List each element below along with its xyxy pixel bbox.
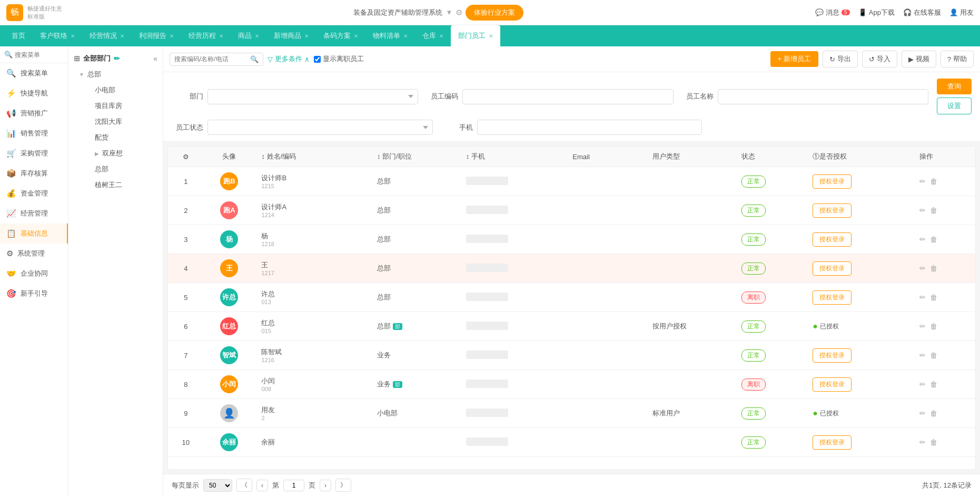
query-btn[interactable]: 查询 (937, 79, 972, 94)
emp-name-input[interactable] (718, 89, 928, 104)
search-submit-icon[interactable]: 🔍 (250, 55, 259, 63)
emp-status-select[interactable] (207, 120, 433, 135)
sidebar-search-input[interactable] (15, 51, 52, 59)
sidebar-item-system[interactable]: ⚙ 系统管理 (0, 244, 68, 264)
close-icon[interactable]: ✕ (304, 33, 309, 39)
show-resigned-label[interactable]: 显示离职员工 (314, 54, 364, 64)
sidebar-item-sales[interactable]: 📊 销售管理 (0, 123, 68, 143)
export-btn[interactable]: ↻ 导出 (823, 51, 858, 67)
auth-login-btn[interactable]: 授权登录 (813, 203, 852, 218)
phone-input[interactable] (477, 120, 702, 135)
close-icon[interactable]: ✕ (489, 33, 493, 39)
help-btn[interactable]: ? 帮助 (941, 51, 974, 67)
dept-edit-icon[interactable]: ✏ (114, 54, 120, 63)
col-name-header[interactable]: ↕ 姓名/编码 (255, 147, 370, 167)
delete-icon[interactable]: 🗑 (930, 206, 937, 215)
close-icon[interactable]: ✕ (120, 33, 124, 39)
auth-login-btn[interactable]: 授权登录 (813, 435, 852, 450)
delete-icon[interactable]: 🗑 (930, 438, 937, 446)
first-page-btn[interactable]: 《 (236, 479, 252, 492)
more-filter-btn[interactable]: ▽ 更多条件 ∧ (268, 54, 310, 64)
delete-icon[interactable]: 🗑 (930, 322, 937, 330)
tab-profit[interactable]: 利润报告 ✕ (132, 25, 181, 46)
dept-node-zongbu[interactable]: ▼ 总部 (68, 66, 163, 82)
tab-operation[interactable]: 经营情况 ✕ (82, 25, 132, 46)
dept-node-peihuo[interactable]: 配货 (84, 130, 163, 145)
edit-icon[interactable]: ✏ (919, 409, 926, 417)
row-auth[interactable]: 授权登录 (806, 370, 913, 399)
row-auth[interactable]: 授权登录 (806, 196, 913, 225)
auth-login-btn[interactable]: 授权登录 (813, 377, 852, 392)
close-icon[interactable]: ✕ (255, 33, 259, 39)
online-service-btn[interactable]: 🎧 在线客服 (903, 8, 941, 17)
delete-icon[interactable]: 🗑 (930, 177, 937, 186)
close-icon[interactable]: ✕ (71, 33, 75, 39)
next-page-btn[interactable]: › (320, 480, 331, 491)
edit-icon[interactable]: ✏ (919, 293, 926, 302)
edit-icon[interactable]: ✏ (919, 438, 926, 446)
auth-login-btn[interactable]: 授权登录 (813, 261, 852, 276)
message-btn[interactable]: 💬 消息 5 (815, 8, 850, 17)
sidebar-item-guide[interactable]: 🎯 新手引导 (0, 284, 68, 304)
try-btn[interactable]: 体验行业方案 (466, 5, 523, 21)
add-employee-btn[interactable]: + 新增员工 (770, 51, 818, 67)
delete-icon[interactable]: 🗑 (930, 351, 937, 359)
dept-node-xiaodian[interactable]: 小电部 (84, 82, 163, 98)
tab-home[interactable]: 首页 (4, 25, 33, 46)
sidebar-item-search[interactable]: 🔍 搜索菜单 (0, 63, 68, 83)
row-auth[interactable]: 授权登录 (806, 167, 913, 196)
dept-node-shenyang[interactable]: 沈阳大库 (84, 114, 163, 130)
close-icon[interactable]: ✕ (439, 33, 443, 39)
dept-select[interactable] (207, 89, 418, 104)
sidebar-item-marketing[interactable]: 📢 营销推广 (0, 103, 68, 123)
user-btn[interactable]: 👤 用友 (949, 8, 974, 17)
tab-history[interactable]: 经营历程 ✕ (181, 25, 231, 46)
view-btn[interactable]: ▶ 视频 (902, 51, 936, 67)
delete-icon[interactable]: 🗑 (930, 235, 937, 244)
last-page-btn[interactable]: 》 (335, 479, 351, 492)
dept-node-zongbu2[interactable]: 总部 (84, 161, 163, 177)
set-btn[interactable]: 设置 (937, 98, 972, 114)
dept-collapse-icon[interactable]: « (153, 54, 157, 63)
sidebar-search[interactable]: 🔍 (0, 46, 68, 63)
tab-department[interactable]: 部门员工 ✕ (451, 25, 500, 46)
col-dept-header[interactable]: ↕ 部门/职位 (371, 147, 460, 167)
prev-page-btn[interactable]: ‹ (256, 480, 268, 491)
row-auth[interactable]: 授权登录 (806, 341, 913, 370)
dept-node-project[interactable]: 项目库房 (84, 98, 163, 114)
sidebar-item-collab[interactable]: 🤝 企业协同 (0, 264, 68, 284)
import-btn[interactable]: ↺ 导入 (862, 51, 897, 67)
tab-warehouse[interactable]: 仓库 ✕ (415, 25, 451, 46)
edit-icon[interactable]: ✏ (919, 351, 926, 359)
auth-login-btn[interactable]: 授权登录 (813, 290, 852, 305)
close-icon[interactable]: ✕ (170, 33, 174, 39)
dept-node-zhishu[interactable]: 植树王二 (84, 177, 163, 193)
edit-icon[interactable]: ✏ (919, 235, 926, 244)
delete-icon[interactable]: 🗑 (930, 409, 937, 417)
auth-login-btn[interactable]: 授权登录 (813, 232, 852, 247)
row-auth[interactable]: 授权登录 (806, 428, 913, 457)
sidebar-item-purchase[interactable]: 🛒 采购管理 (0, 143, 68, 163)
auth-login-btn[interactable]: 授权登录 (813, 174, 852, 189)
row-auth[interactable]: 授权登录 (806, 283, 913, 312)
edit-icon[interactable]: ✏ (919, 380, 926, 388)
delete-icon[interactable]: 🗑 (930, 264, 937, 273)
edit-icon[interactable]: ✏ (919, 177, 926, 186)
dept-node-shuangzuo[interactable]: ▶ 双座想 (84, 145, 163, 161)
sidebar-item-finance[interactable]: 💰 资金管理 (0, 183, 68, 203)
sidebar-item-inventory[interactable]: 📦 库存核算 (0, 163, 68, 183)
delete-icon[interactable]: 🗑 (930, 380, 937, 388)
page-input[interactable] (283, 480, 304, 491)
emp-code-input[interactable] (462, 89, 673, 104)
row-auth[interactable]: 授权登录 (806, 225, 913, 254)
sidebar-item-mgmt[interactable]: 📈 经营管理 (0, 203, 68, 223)
edit-icon[interactable]: ✏ (919, 206, 926, 215)
search-input[interactable] (174, 55, 248, 63)
close-icon[interactable]: ✕ (219, 33, 223, 39)
auth-login-btn[interactable]: 授权登录 (813, 348, 852, 363)
show-resigned-checkbox[interactable] (314, 56, 321, 63)
app-download-btn[interactable]: 📱 App下载 (858, 8, 895, 17)
tab-bom[interactable]: 物料清单 ✕ (365, 25, 415, 46)
dropdown-arrow-icon[interactable]: ▼ (446, 8, 452, 16)
tab-barcode[interactable]: 条码方案 ✕ (316, 25, 365, 46)
